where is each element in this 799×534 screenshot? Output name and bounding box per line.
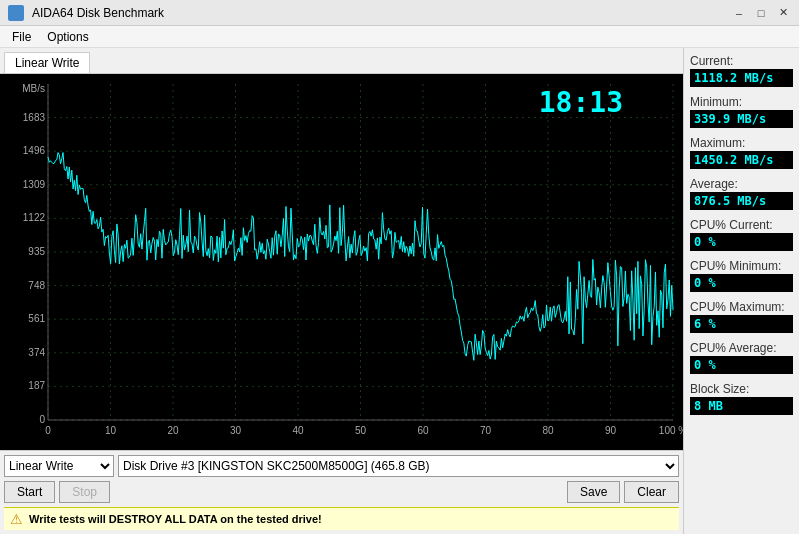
warning-bar: ⚠ Write tests will DESTROY ALL DATA on t… [4, 507, 679, 530]
average-value: 876.5 MB/s [690, 192, 793, 210]
bottom-bar: Linear Write Linear Read Random Write Ra… [0, 450, 683, 534]
stop-button[interactable]: Stop [59, 481, 110, 503]
maximum-label: Maximum: [690, 136, 793, 150]
stat-current: Current: 1118.2 MB/s [690, 54, 793, 87]
start-button[interactable]: Start [4, 481, 55, 503]
current-value: 1118.2 MB/s [690, 69, 793, 87]
main-content: Linear Write 18:13 Linear Write Linear R… [0, 48, 799, 534]
block-size-value: 8 MB [690, 397, 793, 415]
action-controls: Start Stop Save Clear [4, 481, 679, 503]
stat-cpu-maximum: CPU% Maximum: 6 % [690, 300, 793, 333]
cpu-current-value: 0 % [690, 233, 793, 251]
stat-maximum: Maximum: 1450.2 MB/s [690, 136, 793, 169]
minimum-label: Minimum: [690, 95, 793, 109]
menu-bar: File Options [0, 26, 799, 48]
stat-cpu-minimum: CPU% Minimum: 0 % [690, 259, 793, 292]
cpu-maximum-value: 6 % [690, 315, 793, 333]
title-bar-controls: – □ ✕ [731, 5, 791, 21]
maximum-value: 1450.2 MB/s [690, 151, 793, 169]
app-title: AIDA64 Disk Benchmark [32, 6, 164, 20]
right-panel: Current: 1118.2 MB/s Minimum: 339.9 MB/s… [684, 48, 799, 534]
chart-time: 18:13 [539, 86, 623, 119]
close-button[interactable]: ✕ [775, 5, 791, 21]
test-controls: Linear Write Linear Read Random Write Ra… [4, 455, 679, 477]
clear-button[interactable]: Clear [624, 481, 679, 503]
cpu-maximum-label: CPU% Maximum: [690, 300, 793, 314]
title-bar-left: AIDA64 Disk Benchmark [8, 5, 164, 21]
menu-options[interactable]: Options [39, 28, 96, 45]
app-icon [8, 5, 24, 21]
maximize-button[interactable]: □ [753, 5, 769, 21]
menu-file[interactable]: File [4, 28, 39, 45]
cpu-average-label: CPU% Average: [690, 341, 793, 355]
title-bar: AIDA64 Disk Benchmark – □ ✕ [0, 0, 799, 26]
chart-area: 18:13 [0, 74, 683, 450]
stat-average: Average: 876.5 MB/s [690, 177, 793, 210]
test-type-dropdown[interactable]: Linear Write Linear Read Random Write Ra… [4, 455, 114, 477]
warning-icon: ⚠ [10, 511, 23, 527]
minimum-value: 339.9 MB/s [690, 110, 793, 128]
cpu-average-value: 0 % [690, 356, 793, 374]
stat-block-size: Block Size: 8 MB [690, 382, 793, 415]
cpu-minimum-value: 0 % [690, 274, 793, 292]
current-label: Current: [690, 54, 793, 68]
average-label: Average: [690, 177, 793, 191]
cpu-current-label: CPU% Current: [690, 218, 793, 232]
cpu-minimum-label: CPU% Minimum: [690, 259, 793, 273]
stat-cpu-average: CPU% Average: 0 % [690, 341, 793, 374]
stat-cpu-current: CPU% Current: 0 % [690, 218, 793, 251]
save-button[interactable]: Save [567, 481, 620, 503]
tab-bar: Linear Write [0, 48, 683, 74]
disk-dropdown[interactable]: Disk Drive #3 [KINGSTON SKC2500M8500G] (… [118, 455, 679, 477]
linear-write-tab[interactable]: Linear Write [4, 52, 90, 73]
left-panel: Linear Write 18:13 Linear Write Linear R… [0, 48, 684, 534]
benchmark-chart [0, 74, 683, 450]
minimize-button[interactable]: – [731, 5, 747, 21]
warning-text: Write tests will DESTROY ALL DATA on the… [29, 513, 322, 525]
stat-minimum: Minimum: 339.9 MB/s [690, 95, 793, 128]
block-size-label: Block Size: [690, 382, 793, 396]
